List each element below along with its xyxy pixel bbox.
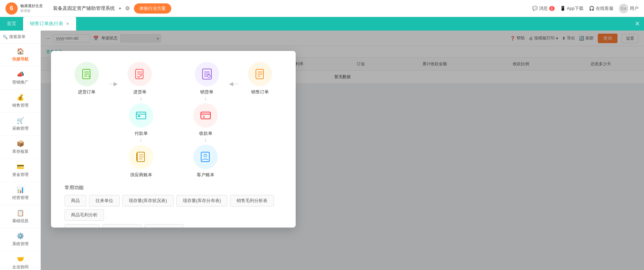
modal-content: 进货订单 - - - - ▶ 进货单 bbox=[51, 51, 296, 228]
logo-icon: 6 bbox=[5, 2, 18, 15]
sidebar-item-basic-info[interactable]: 📋 基础信息 bbox=[0, 205, 40, 228]
app-download-button[interactable]: 📱 App下载 bbox=[560, 5, 584, 12]
sidebar-label-finance: 资金管理 bbox=[12, 172, 29, 178]
sidebar-label-purchase: 采购管理 bbox=[12, 126, 29, 131]
payment-circle[interactable] bbox=[129, 103, 153, 128]
svg-rect-18 bbox=[138, 115, 140, 117]
search-icon: 🔍 bbox=[3, 35, 8, 39]
logo-subtext: 标准版 bbox=[20, 8, 43, 13]
sale-bill-circle[interactable] bbox=[195, 62, 219, 86]
common-functions-title: 常用功能 bbox=[65, 185, 282, 191]
sidebar-item-quick-nav[interactable]: 🏠 快捷导航 bbox=[0, 43, 40, 67]
func-btn-stock-dist[interactable]: 现存量(库存分布表) bbox=[176, 195, 228, 206]
receipt-circle[interactable]: ¥ bbox=[193, 103, 218, 128]
sidebar-item-purchase[interactable]: 🛒 采购管理 bbox=[0, 113, 40, 136]
main-layout: 🔍 搜索菜单 🏠 快捷导航 📣 营销推广 💰 销售管理 🛒 采购管理 📦 库存核… bbox=[0, 31, 644, 270]
sidebar-label-inventory: 库存核算 bbox=[12, 149, 29, 155]
customer-ledger-circle[interactable] bbox=[193, 145, 218, 169]
avatar-text: Ea bbox=[621, 6, 626, 11]
func-btn-product-gross[interactable]: 商品毛利分析 bbox=[65, 209, 104, 221]
message-button[interactable]: 💬 消息 6 bbox=[532, 5, 555, 12]
trial-button[interactable]: 体验行业方案 bbox=[134, 3, 171, 14]
sidebar-item-operation[interactable]: 📊 经营管理 bbox=[0, 182, 40, 205]
sidebar-item-sales[interactable]: 💰 销售管理 bbox=[0, 90, 40, 113]
logo-area: 6 畅康通好生意 标准版 bbox=[5, 2, 46, 15]
tab-close-icon[interactable]: ✕ bbox=[66, 21, 69, 26]
flow-item-purchase-bill[interactable]: 进货单 bbox=[118, 62, 162, 95]
tab-close-all-button[interactable]: ✕ bbox=[635, 20, 640, 28]
receipt-label: 收款单 bbox=[199, 130, 212, 137]
sidebar-item-collab[interactable]: 🤝 企业协同 bbox=[0, 251, 40, 270]
system-title: 装备及固定资产辅助管理系统 bbox=[53, 5, 115, 12]
sale-order-label: 销售订单 bbox=[251, 89, 269, 95]
svg-rect-23 bbox=[136, 153, 138, 161]
purchase-order-label: 进货订单 bbox=[78, 89, 95, 95]
settings-button[interactable]: ⚙ bbox=[125, 5, 130, 12]
sales-icon: 💰 bbox=[17, 94, 24, 101]
flow-item-purchase-order[interactable]: 进货订单 bbox=[65, 62, 109, 95]
content-area: — 📅 单据状态 ▾ ❓ 帮助 🖨 按模板打印 bbox=[41, 31, 644, 270]
modal-overlay[interactable]: 进货订单 - - - - ▶ 进货单 bbox=[41, 31, 644, 270]
online-service-button[interactable]: 🎧 在线客服 bbox=[589, 5, 613, 12]
purchase-icon: 🛒 bbox=[17, 117, 24, 124]
func-btn-partner[interactable]: 往来单位 bbox=[89, 195, 120, 206]
customer-ledger-label: 客户账本 bbox=[197, 172, 214, 178]
home-icon: 🏠 bbox=[17, 48, 24, 55]
sidebar-label-collab: 企业协同 bbox=[12, 264, 29, 270]
sidebar-label-quick-nav: 快捷导航 bbox=[12, 56, 29, 62]
svg-text:¥: ¥ bbox=[203, 115, 205, 119]
sidebar-item-system[interactable]: ⚙️ 系统管理 bbox=[0, 228, 40, 251]
flow-item-customer-ledger[interactable]: 客户账本 bbox=[193, 145, 218, 178]
tab-sales-exec[interactable]: 销售订单执行表 ✕ bbox=[23, 17, 76, 31]
sidebar-label-system: 系统管理 bbox=[12, 241, 29, 247]
func-btn-payment-stat[interactable]: 付款情况统计 bbox=[144, 224, 184, 228]
flow-item-supplier-ledger[interactable]: 供应商账本 bbox=[129, 145, 153, 178]
system-dropdown-button[interactable]: ▾ bbox=[119, 6, 121, 11]
online-service-label: 在线客服 bbox=[596, 5, 613, 12]
inventory-icon: 📦 bbox=[17, 140, 24, 147]
func-btn-receipt-stat[interactable]: 收款情况统计 bbox=[102, 224, 142, 228]
download-icon: 📱 bbox=[560, 6, 565, 11]
sidebar-item-finance[interactable]: 💳 资金管理 bbox=[0, 159, 40, 182]
func-grid-2: 销售排行榜 收款情况统计 付款情况统计 bbox=[65, 224, 282, 228]
sidebar-item-inventory[interactable]: 📦 库存核算 bbox=[0, 136, 40, 159]
header-right: 💬 消息 6 📱 App下载 🎧 在线客服 Ea 用户 bbox=[532, 4, 639, 13]
logo-text: 畅康通好生意 bbox=[20, 3, 43, 8]
sidebar-item-marketing[interactable]: 📣 营销推广 bbox=[0, 67, 40, 90]
operation-icon: 📊 bbox=[17, 186, 24, 194]
tab-sales-exec-label: 销售订单执行表 bbox=[30, 21, 63, 27]
purchase-bill-circle[interactable] bbox=[127, 62, 152, 86]
sidebar-label-basic-info: 基础信息 bbox=[12, 218, 29, 224]
supplier-ledger-label: 供应商账本 bbox=[130, 172, 152, 178]
sidebar: 🔍 搜索菜单 🏠 快捷导航 📣 营销推广 💰 销售管理 🛒 采购管理 📦 库存核… bbox=[0, 31, 41, 270]
sidebar-search[interactable]: 🔍 搜索菜单 bbox=[0, 31, 40, 43]
func-btn-sales-rank[interactable]: 销售排行榜 bbox=[65, 224, 100, 228]
common-functions-section: 常用功能 商品 往来单位 现存量(库存状况表) 现存量(库存分布表) 销售毛利分… bbox=[65, 185, 282, 228]
finance-icon: 💳 bbox=[17, 163, 24, 170]
flow-item-payment[interactable]: 付款单 bbox=[129, 103, 153, 137]
flow-item-sale-bill[interactable]: 销货单 bbox=[185, 62, 229, 95]
svg-rect-16 bbox=[136, 112, 146, 119]
flow-item-sale-order[interactable]: 销售订单 bbox=[238, 62, 282, 95]
func-btn-sales-gross[interactable]: 销售毛利分析表 bbox=[230, 195, 274, 206]
collab-icon: 🤝 bbox=[17, 255, 24, 263]
message-label: 消息 bbox=[539, 5, 548, 12]
purchase-order-circle[interactable] bbox=[74, 62, 99, 86]
service-icon: 🎧 bbox=[589, 6, 594, 11]
top-header: 6 畅康通好生意 标准版 装备及固定资产辅助管理系统 ▾ ⚙ 体验行业方案 💬 … bbox=[0, 0, 644, 17]
func-btn-stock-status[interactable]: 现存量(库存状况表) bbox=[122, 195, 174, 206]
basic-info-icon: 📋 bbox=[17, 209, 24, 217]
svg-point-28 bbox=[204, 154, 207, 157]
sale-order-circle[interactable] bbox=[248, 62, 272, 86]
func-grid-1: 商品 往来单位 现存量(库存状况表) 现存量(库存分布表) 销售毛利分析表 商品… bbox=[65, 195, 282, 221]
flow-item-receipt[interactable]: ¥ 收款单 bbox=[193, 103, 218, 137]
tab-bar: 首页 销售订单执行表 ✕ ✕ bbox=[0, 17, 644, 31]
message-icon: 💬 bbox=[532, 6, 538, 11]
payment-label: 付款单 bbox=[135, 130, 148, 137]
tab-home[interactable]: 首页 bbox=[0, 17, 23, 31]
supplier-ledger-circle[interactable] bbox=[129, 145, 153, 169]
func-btn-product[interactable]: 商品 bbox=[65, 195, 86, 206]
user-menu[interactable]: Ea 用户 bbox=[619, 4, 639, 13]
sidebar-label-sales: 销售管理 bbox=[12, 103, 29, 108]
sidebar-label-operation: 经营管理 bbox=[12, 195, 29, 201]
